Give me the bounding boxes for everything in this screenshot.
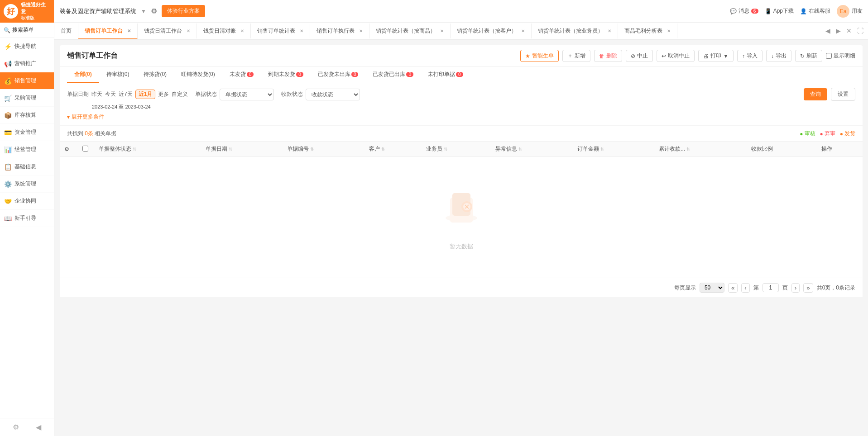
refresh-button[interactable]: ↻ 刷新 (795, 50, 822, 62)
tab-close-sales-stats[interactable]: ✕ (300, 28, 303, 33)
bill-status-select[interactable]: 单据状态 (220, 89, 274, 100)
solution-button[interactable]: 体验行业方案 (162, 5, 205, 17)
sidebar-bottom: ⚙ ◀ (0, 418, 54, 436)
sort-date[interactable]: 单据日期 (206, 145, 278, 153)
tab-close-cash-reconcile[interactable]: ✕ (240, 28, 244, 33)
tab-sales-bill-customer[interactable]: 销货单统计表（按客户） ✕ (451, 24, 532, 38)
sidebar-item-search[interactable]: 🔍 搜索菜单 (0, 23, 54, 38)
sort-amount[interactable]: 订单金额 (577, 145, 650, 153)
total-records: 共0页，0条记录 (817, 284, 855, 292)
tab-close-sales-bill-staff[interactable]: ✕ (608, 28, 611, 33)
last-page-button[interactable]: » (803, 283, 813, 293)
tab-nav-prev[interactable]: ◀ (824, 26, 832, 35)
tab-close-sales-order[interactable]: ✕ (127, 28, 131, 33)
tab-cash-daily[interactable]: 钱货日清工作台 ✕ (138, 24, 197, 38)
payment-status-select[interactable]: 收款状态 (306, 89, 360, 100)
sub-tab-pending-inspect[interactable]: 待拣货(0) (136, 67, 174, 83)
import-button[interactable]: ↑ 导入 (737, 50, 762, 62)
add-button[interactable]: ＋ 新增 (562, 50, 590, 62)
sub-tab-pending-review[interactable]: 待审核(0) (99, 67, 137, 83)
sub-tab-not-printed[interactable]: 未打印单据0 (421, 67, 470, 83)
page-number-input[interactable] (762, 283, 779, 292)
tab-fullscreen[interactable]: ⛶ (855, 26, 865, 35)
sidebar-item-marketing[interactable]: 📢 营销推广 (0, 55, 54, 72)
review-action-button[interactable]: ● 审核 (800, 130, 815, 137)
app-download-button[interactable]: 📱 App下载 (765, 7, 794, 15)
show-detail-checkbox-label[interactable]: 显示明细 (826, 52, 855, 60)
sidebar-item-purchase[interactable]: 🛒 采购管理 (0, 90, 54, 107)
date-opt-1month[interactable]: 近1月 (135, 90, 156, 99)
query-button[interactable]: 查询 (804, 88, 827, 100)
table-scroll-container[interactable]: ⚙ 单据整体状态 单据日期 单据编号 (60, 142, 863, 157)
tab-close-cash-daily[interactable]: ✕ (187, 28, 190, 33)
tab-close-all[interactable]: ✕ (844, 26, 854, 35)
sort-customer[interactable]: 客户 (369, 145, 417, 153)
first-page-button[interactable]: « (728, 283, 738, 293)
next-page-button[interactable]: › (791, 283, 800, 293)
sort-bill-no[interactable]: 单据编号 (287, 145, 360, 153)
sort-salesperson[interactable]: 业务员 (426, 145, 486, 153)
tab-close-sales-bill-product[interactable]: ✕ (440, 28, 444, 33)
expand-filters-button[interactable]: ▾ 展开更多条件 (67, 113, 855, 121)
date-opt-custom[interactable]: 自定义 (172, 90, 188, 98)
tab-sales-bill-product[interactable]: 销货单统计表（按商品） ✕ (369, 24, 451, 38)
ship-action-button[interactable]: ● 发货 (840, 130, 855, 137)
cancel-review-action-button[interactable]: ● 弃审 (820, 130, 835, 137)
tab-close-sales-bill-customer[interactable]: ✕ (521, 28, 525, 33)
sidebar-item-inventory[interactable]: 📦 库存核算 (0, 107, 54, 124)
sub-tab-all[interactable]: 全部(0) (67, 67, 99, 83)
date-opt-yesterday[interactable]: 昨天 (91, 90, 102, 98)
tab-close-gross-profit[interactable]: ✕ (667, 28, 671, 33)
tab-sales-bill-staff[interactable]: 销货单统计表（按业务员） ✕ (532, 24, 618, 38)
sort-collected[interactable]: 累计收款... (659, 145, 742, 153)
tab-sales-order[interactable]: 销售订单工作台 ✕ (78, 24, 138, 39)
sidebar-item-operation[interactable]: 📊 经营管理 (0, 141, 54, 158)
stop-button[interactable]: ⊘ 中止 (626, 50, 653, 62)
online-service-button[interactable]: 👤 在线客服 (800, 7, 830, 15)
show-detail-checkbox[interactable] (826, 53, 832, 59)
tab-cash-reconcile[interactable]: 钱货日清对账 ✕ (197, 24, 251, 38)
tab-home[interactable]: 首页 (54, 24, 78, 38)
prev-page-button[interactable]: ‹ (741, 283, 749, 293)
print-button[interactable]: 🖨 打印 ▼ (698, 50, 734, 62)
sub-tab-shipped-not-in[interactable]: 已发货未出库0 (311, 67, 366, 83)
message-button[interactable]: 💬 消息 6 (730, 7, 758, 15)
delete-button[interactable]: 🗑 删除 (594, 50, 622, 62)
set-button[interactable]: 设置 (831, 88, 855, 101)
tab-close-sales-exec[interactable]: ✕ (359, 28, 363, 33)
th-amount: 订单金额 (573, 142, 655, 157)
th-checkbox[interactable] (78, 142, 94, 157)
user-area[interactable]: Ea 用友 (837, 5, 863, 18)
settings-bottom-icon[interactable]: ⚙ (13, 423, 19, 431)
sub-tab-not-shipped[interactable]: 未发货0 (222, 67, 261, 83)
date-opt-today[interactable]: 今天 (105, 90, 116, 98)
sidebar-item-quick-nav[interactable]: ⚡ 快捷导航 (0, 38, 54, 55)
per-page-select[interactable]: 50 10 20 100 (700, 283, 724, 293)
sort-exception[interactable]: 异常信息 (495, 145, 568, 153)
select-all-checkbox[interactable] (82, 146, 88, 152)
tab-sales-stats[interactable]: 销售订单统计表 ✕ (251, 24, 310, 38)
export-button[interactable]: ↓ 导出 (766, 50, 791, 62)
sidebar-item-guide[interactable]: 📖 新手引导 (0, 210, 54, 227)
sub-tab-wangpu[interactable]: 旺铺待发货(0) (174, 67, 222, 83)
cancel-stop-button[interactable]: ↩ 取消中止 (657, 50, 695, 62)
sub-tab-expired-not-shipped[interactable]: 到期未发货0 (261, 67, 311, 83)
th-settings[interactable]: ⚙ (60, 142, 78, 157)
sort-bill-status[interactable]: 单据整体状态 (99, 145, 197, 153)
sidebar-item-finance[interactable]: 💳 资金管理 (0, 124, 54, 141)
tab-gross-profit[interactable]: 商品毛利分析表 ✕ (618, 24, 677, 38)
collapse-sidebar-icon[interactable]: ◀ (36, 423, 41, 431)
system-dropdown-icon[interactable]: ▼ (141, 8, 146, 14)
sidebar-item-sales[interactable]: 💰 销售管理 (0, 72, 54, 90)
sidebar-item-cooperation[interactable]: 🤝 企业协同 (0, 193, 54, 210)
header-settings-icon[interactable]: ⚙ (151, 7, 157, 15)
date-opt-7days[interactable]: 近7天 (119, 90, 133, 98)
filter-right-actions: 查询 设置 (804, 88, 855, 101)
tab-sales-exec[interactable]: 销售订单执行表 ✕ (310, 24, 369, 38)
sub-tab-shipped-out[interactable]: 已发货已出库0 (365, 67, 421, 83)
date-opt-more[interactable]: 更多 (158, 90, 169, 98)
tab-nav-next[interactable]: ▶ (834, 26, 843, 35)
sidebar-item-basic[interactable]: 📋 基础信息 (0, 158, 54, 175)
sidebar-item-system[interactable]: ⚙️ 系统管理 (0, 175, 54, 193)
smart-generate-button[interactable]: ★ 智能生单 (520, 50, 559, 62)
